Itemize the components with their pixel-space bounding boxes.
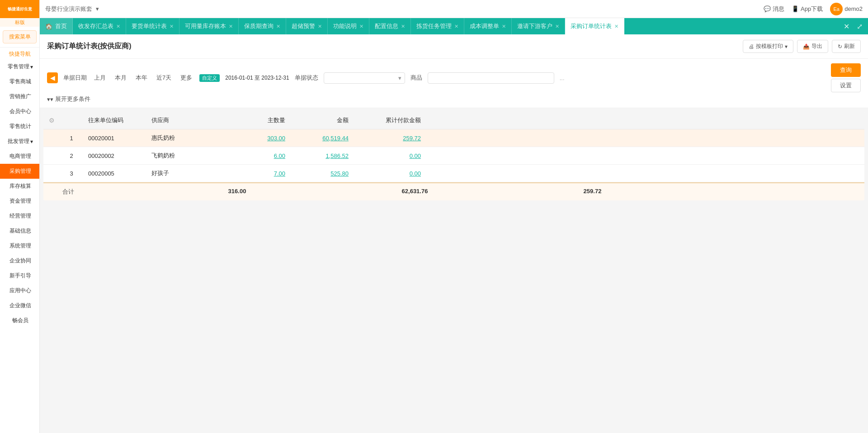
tab-purchase-order-stat[interactable]: 采购订单统计表 ✕ — [565, 18, 624, 34]
sidebar-item-vip[interactable]: 畅会员 — [0, 313, 39, 328]
col-code-header: 往来单位编码 — [83, 112, 146, 129]
tab-func-desc[interactable]: 功能说明 ✕ — [328, 18, 369, 34]
refresh-button[interactable]: ↻ 刷新 — [832, 40, 861, 53]
page-header-actions: 🖨 按模板打印 ▾ 📤 导出 ↻ 刷新 — [743, 40, 861, 58]
app-download-button[interactable]: 📱 App下载 — [792, 5, 823, 13]
status-label: 单据状态 — [295, 74, 318, 82]
tab-receive[interactable]: 收发存汇总表 ✕ — [73, 18, 126, 34]
tab-expiry-close[interactable]: ✕ — [276, 24, 280, 29]
row-qty: 7.00 — [236, 165, 291, 182]
status-select[interactable] — [324, 72, 405, 84]
tab-invite[interactable]: 邀请下游客户 ✕ — [512, 18, 565, 34]
sidebar-item-finance[interactable]: 资金管理 — [0, 194, 39, 209]
sidebar-item-app-center[interactable]: 应用中心 — [0, 283, 39, 298]
tab-receive-close[interactable]: ✕ — [116, 24, 120, 29]
sidebar-item-member[interactable]: 会员中心 — [0, 104, 39, 119]
tab-purchase-stat-close[interactable]: ✕ — [170, 24, 174, 29]
row-rest — [426, 129, 864, 147]
app-download-label: App下载 — [801, 5, 823, 13]
tab-holding[interactable]: 拣货任务管理 ✕ — [411, 18, 464, 34]
sidebar-item-marketing[interactable]: 营销推广 — [0, 89, 39, 104]
shortcut-7days[interactable]: 近7天 — [155, 73, 173, 83]
sidebar-item-system[interactable]: 系统管理 — [0, 238, 39, 253]
tab-overstock-close[interactable]: ✕ — [318, 24, 322, 29]
print-button[interactable]: 🖨 按模板打印 ▾ — [743, 40, 793, 53]
message-button[interactable]: 💬 消息 — [764, 5, 784, 13]
tab-overstock-label: 超储预警 — [292, 22, 315, 30]
tab-config[interactable]: 配置信息 ✕ — [369, 18, 411, 34]
tab-purchase-order-stat-close[interactable]: ✕ — [614, 24, 618, 29]
store-name: 母婴行业演示账套 — [45, 5, 92, 13]
sidebar-item-retail[interactable]: 零售管理 ▾ — [0, 59, 39, 74]
status-select-wrap — [324, 72, 405, 84]
tab-holding-close[interactable]: ✕ — [454, 24, 458, 29]
sidebar-item-operations[interactable]: 经营管理 — [0, 209, 39, 224]
chevron-down-icon: ▾ — [30, 64, 33, 70]
table-row[interactable]: 3 00020005 好孩子 7.00 525.80 0.00 — [43, 165, 864, 182]
tab-invite-close[interactable]: ✕ — [555, 24, 559, 29]
tab-func-desc-close[interactable]: ✕ — [359, 24, 363, 29]
query-button[interactable]: 查询 — [831, 63, 861, 77]
sidebar-item-retail-shop-label: 零售商城 — [9, 78, 31, 85]
top-bar-actions: 💬 消息 📱 App下载 Ea demo2 — [764, 3, 863, 15]
export-button[interactable]: 📤 导出 — [797, 40, 828, 53]
sidebar-item-wholesale[interactable]: 批发管理 ▾ — [0, 134, 39, 149]
sidebar-item-retail-shop[interactable]: 零售商城 — [0, 74, 39, 89]
tab-maximize-button[interactable]: ⤢ — [855, 22, 864, 31]
main-area: 母婴行业演示账套 ▾ 💬 消息 📱 App下载 Ea demo2 🏠 首页 收发… — [40, 0, 868, 433]
quick-nav-label[interactable]: 快捷导航 — [0, 48, 39, 59]
tab-home-label: 首页 — [55, 22, 67, 30]
tab-cost-adj-close[interactable]: ✕ — [502, 24, 506, 29]
tab-available-stock-close[interactable]: ✕ — [229, 24, 233, 29]
shortcut-this-year[interactable]: 本年 — [134, 73, 149, 83]
more-filter-icon[interactable]: ... — [560, 75, 565, 81]
goods-input[interactable] — [428, 72, 554, 84]
tab-bar: 🏠 首页 收发存汇总表 ✕ 要货单统计表 ✕ 可用量库存账本 ✕ 保质期查询 ✕… — [40, 18, 868, 34]
content-area: 采购订单统计表(按供应商) 🖨 按模板打印 ▾ 📤 导出 ↻ 刷新 — [40, 34, 868, 433]
sidebar-item-ecommerce[interactable]: 电商管理 — [0, 149, 39, 164]
col-rest — [426, 112, 864, 129]
sidebar-item-purchase-label: 采购管理 — [9, 168, 31, 174]
table-row[interactable]: 1 00020001 惠氏奶粉 303.00 60,519.44 259.72 — [43, 129, 864, 147]
search-menu-button[interactable]: 搜索菜单 — [3, 30, 37, 43]
user-menu[interactable]: Ea demo2 — [830, 3, 863, 15]
sidebar-item-finance-label: 资金管理 — [9, 198, 31, 204]
tab-config-close[interactable]: ✕ — [401, 24, 405, 29]
filter-actions: 查询 设置 — [831, 63, 861, 92]
shortcut-this-month[interactable]: 本月 — [113, 73, 128, 83]
expand-more-button[interactable]: ▾▾ 展开更多条件 — [47, 92, 861, 103]
filter-toggle-button[interactable]: ◀ — [47, 72, 58, 83]
filter-area: ◀ 单据日期 上月 本月 本年 近7天 更多 自定义 2016-01-01 至 … — [40, 59, 868, 108]
tab-close-all-button[interactable]: ✕ — [842, 22, 851, 31]
sidebar-item-basic[interactable]: 基础信息 — [0, 224, 39, 238]
row-settings-cell — [43, 165, 60, 182]
sidebar-item-enterprise-label: 企业协同 — [9, 257, 31, 264]
tab-expiry[interactable]: 保质期查询 ✕ — [239, 18, 286, 34]
sidebar-item-enterprise-wx[interactable]: 企业微信 — [0, 298, 39, 313]
sidebar-item-newbie[interactable]: 新手引导 — [0, 268, 39, 283]
row-rest — [426, 165, 864, 182]
refresh-icon: ↻ — [838, 43, 842, 50]
sidebar-item-purchase[interactable]: 采购管理 — [0, 164, 39, 179]
table-row[interactable]: 2 00020002 飞鹤奶粉 6.00 1,586.52 0.00 — [43, 147, 864, 165]
tab-cost-adj[interactable]: 成本调整单 ✕ — [464, 18, 512, 34]
row-supplier: 好孩子 — [146, 165, 236, 182]
settings-button[interactable]: 设置 — [831, 79, 861, 92]
logo-image: 畅捷通好生意 — [6, 2, 33, 16]
shortcut-last-month[interactable]: 上月 — [92, 73, 108, 83]
col-settings-icon[interactable]: ⚙ — [49, 117, 55, 124]
row-code: 00020001 — [83, 129, 146, 147]
shortcut-more[interactable]: 更多 — [179, 73, 194, 83]
sidebar-item-retail-stat[interactable]: 零售统计 — [0, 119, 39, 134]
sidebar-item-vip-label: 畅会员 — [12, 317, 28, 324]
sidebar-item-inventory[interactable]: 库存核算 — [0, 179, 39, 194]
tab-home[interactable]: 🏠 首页 — [40, 18, 73, 34]
tab-available-stock[interactable]: 可用量库存账本 ✕ — [179, 18, 239, 34]
sidebar-item-enterprise[interactable]: 企业协同 — [0, 253, 39, 268]
goods-label: 商品 — [410, 74, 422, 82]
date-badge[interactable]: 自定义 — [199, 74, 220, 82]
print-icon: 🖨 — [749, 43, 754, 50]
tab-purchase-stat[interactable]: 要货单统计表 ✕ — [126, 18, 179, 34]
store-selector[interactable]: 母婴行业演示账套 ▾ — [45, 5, 99, 13]
tab-overstock[interactable]: 超储预警 ✕ — [286, 18, 328, 34]
